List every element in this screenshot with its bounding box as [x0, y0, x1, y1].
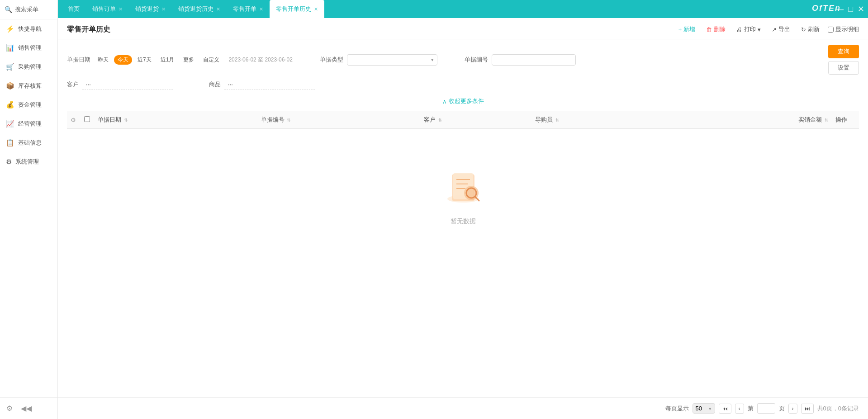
sort-number-icon[interactable]: ⇅ [287, 118, 290, 122]
tab-label-sales-order: 销售订单 [92, 5, 116, 13]
filter-row-1: 单据日期 昨天今天近7天近1月更多自定义 2023-06-02 至 2023-0… [67, 45, 859, 75]
tab-retail-history[interactable]: 零售开单历史✕ [270, 0, 324, 18]
type-select[interactable] [347, 54, 437, 66]
sidebar-item-system-mgmt[interactable]: ⚙ 系统管理 [0, 152, 57, 171]
tab-label-sales-return-history: 销货退货历史 [178, 5, 213, 13]
first-page-btn[interactable]: ⏮ [719, 404, 731, 414]
tab-bar: OfTEn 首页销售订单✕销货退货✕销货退货历史✕零售开单✕零售开单历史✕ — … [58, 0, 868, 18]
sidebar-item-inventory[interactable]: 📦 库存核算 [0, 76, 57, 95]
sort-customer-icon[interactable]: ⇅ [438, 118, 442, 122]
date-range-display: 2023-06-02 至 2023-06-02 [228, 56, 292, 64]
th-guide: 导购员 ⇅ [531, 111, 669, 129]
type-filter-group: 单据类型 [320, 54, 437, 66]
export-button[interactable]: ↗ 导出 [769, 24, 793, 35]
customer-filter-label: 客户 [67, 80, 79, 89]
window-close-icon[interactable]: ✕ [858, 4, 864, 14]
page-actions: + 新增 🗑 删除 🖨 打印 ▾ ↗ 导出 ↻ 刷新 [676, 24, 859, 35]
search-menu[interactable]: 🔍 搜索采单 [0, 0, 57, 19]
delete-icon: 🗑 [706, 26, 712, 33]
inventory-icon: 📦 [6, 82, 14, 90]
sidebar-item-operations-mgmt[interactable]: 📈 经营管理 [0, 114, 57, 133]
print-button[interactable]: 🖨 打印 ▾ [734, 24, 764, 35]
sidebar-item-purchase-mgmt[interactable]: 🛒 采购管理 [0, 57, 57, 76]
tab-close-sales-return-history[interactable]: ✕ [216, 6, 220, 12]
display-detail-checkbox[interactable] [828, 27, 834, 33]
page-size-wrapper: 50 100 200 [693, 403, 715, 414]
sidebar-item-label-inventory: 库存核算 [18, 82, 42, 90]
goods-filter-group: 商品 [209, 79, 315, 90]
refresh-button[interactable]: ↻ 刷新 [798, 24, 822, 35]
tab-sales-order[interactable]: 销售订单✕ [86, 0, 129, 18]
select-all-checkbox[interactable] [84, 116, 90, 122]
sidebar-item-basic-info[interactable]: 📋 基础信息 [0, 133, 57, 152]
tab-close-retail-history[interactable]: ✕ [314, 6, 318, 12]
tab-label-home: 首页 [68, 5, 80, 13]
print-dropdown-icon: ▾ [758, 26, 761, 33]
table-settings-icon[interactable]: ⚙ [71, 117, 76, 123]
date-opt-近7天[interactable]: 近7天 [134, 55, 155, 65]
tab-close-retail-open[interactable]: ✕ [259, 6, 263, 12]
tab-sales-return[interactable]: 销货退货✕ [129, 0, 172, 18]
system-mgmt-icon: ⚙ [6, 158, 12, 166]
per-page-label: 每页显示 [665, 405, 689, 413]
refresh-icon: ↻ [801, 26, 806, 33]
query-btns: 查询 设置 [828, 45, 859, 75]
sidebar-item-label-quick-nav: 快捷导航 [18, 25, 42, 33]
date-opt-昨天[interactable]: 昨天 [94, 55, 112, 65]
total-info: 共0页，0条记录 [817, 405, 859, 413]
page-word: 第 [748, 405, 754, 413]
tab-home[interactable]: 首页 [62, 0, 86, 18]
tab-label-retail-history: 零售开单历史 [276, 5, 311, 13]
next-page-btn[interactable]: › [788, 404, 797, 414]
prev-page-btn[interactable]: ‹ [735, 404, 744, 414]
number-filter-group: 单据编号 [465, 54, 576, 66]
th-customer: 客户 ⇅ [420, 111, 531, 129]
window-maximize-icon[interactable]: □ [848, 5, 853, 14]
sort-date-icon[interactable]: ⇅ [124, 118, 128, 122]
date-opt-更多[interactable]: 更多 [180, 55, 198, 65]
th-actions: 操作 [832, 111, 859, 129]
sidebar-item-sales-mgmt[interactable]: 📊 销售管理 [0, 38, 57, 57]
settings-button[interactable]: 设置 [828, 61, 859, 75]
date-opt-今天[interactable]: 今天 [114, 55, 132, 65]
date-opt-自定义[interactable]: 自定义 [199, 55, 223, 65]
page-label: 页 [779, 405, 785, 413]
query-button[interactable]: 查询 [828, 45, 859, 58]
date-options: 昨天今天近7天近1月更多自定义 [94, 55, 223, 65]
delete-button[interactable]: 🗑 删除 [703, 24, 728, 35]
last-page-btn[interactable]: ⏭ [801, 404, 814, 414]
number-input[interactable] [492, 54, 576, 66]
search-label: 搜索采单 [15, 5, 38, 14]
collapse-conditions-btn[interactable]: ∧ 收起更多条件 [67, 94, 859, 107]
sidebar-item-label-sales-mgmt: 销售管理 [18, 44, 42, 52]
page-size-select[interactable]: 50 100 200 [693, 403, 715, 414]
table-area: ⚙ 单据日期 ⇅ 单据编号 ⇅ [58, 111, 868, 397]
tab-close-sales-order[interactable]: ✕ [119, 6, 123, 12]
tab-label-sales-return: 销货退货 [135, 5, 159, 13]
sort-amount-icon[interactable]: ⇅ [825, 118, 828, 122]
display-detail-toggle[interactable]: 显示明细 [828, 25, 859, 33]
data-table: ⚙ 单据日期 ⇅ 单据编号 ⇅ [67, 111, 859, 129]
date-opt-近1月[interactable]: 近1月 [157, 55, 178, 65]
current-page-input[interactable]: 1 [757, 403, 775, 414]
sort-guide-icon[interactable]: ⇅ [555, 118, 559, 122]
content-area: 零售开单历史 + 新增 🗑 删除 🖨 打印 ▾ ↗ 导出 ↻ [58, 18, 868, 419]
tab-sales-return-history[interactable]: 销货退货历史✕ [172, 0, 227, 18]
sidebar-item-finance-mgmt[interactable]: 💰 资金管理 [0, 95, 57, 114]
filter-row-2: 客户 商品 [67, 79, 859, 90]
basic-info-icon: 📋 [6, 139, 14, 147]
add-button[interactable]: + 新增 [676, 24, 698, 35]
sidebar-gear-icon[interactable]: ⚙ [5, 402, 14, 414]
finance-mgmt-icon: 💰 [6, 101, 14, 109]
tab-close-sales-return[interactable]: ✕ [161, 6, 166, 12]
type-filter-label: 单据类型 [320, 56, 343, 64]
goods-input[interactable] [224, 79, 315, 90]
date-filter-group: 单据日期 昨天今天近7天近1月更多自定义 2023-06-02 至 2023-0… [67, 55, 293, 65]
sidebar: 🔍 搜索采单 ⚡ 快捷导航📊 销售管理🛒 采购管理📦 库存核算💰 资金管理📈 经… [0, 0, 58, 419]
sidebar-item-quick-nav[interactable]: ⚡ 快捷导航 [0, 19, 57, 38]
customer-input[interactable] [82, 79, 173, 90]
tab-retail-open[interactable]: 零售开单✕ [227, 0, 270, 18]
sidebar-collapse-icon[interactable]: ◀◀ [19, 402, 33, 414]
date-filter-label: 单据日期 [67, 56, 90, 64]
main-area: OfTEn 首页销售订单✕销货退货✕销货退货历史✕零售开单✕零售开单历史✕ — … [58, 0, 868, 419]
